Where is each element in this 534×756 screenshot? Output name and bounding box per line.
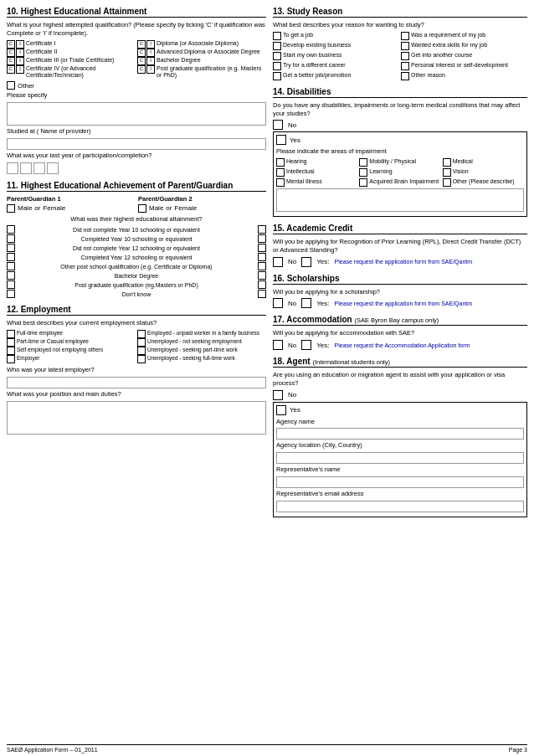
- parent1-male-checkbox[interactable]: [7, 204, 15, 213]
- section-13-title: 13. Study Reason: [273, 7, 527, 18]
- parent2-male-checkbox[interactable]: [138, 204, 146, 213]
- study-item-req: Was a requirement of my job: [401, 32, 527, 40]
- bachelor-complete[interactable]: C: [137, 57, 146, 65]
- accom-yes-cb[interactable]: [301, 340, 311, 350]
- emp-fulltime-cb[interactable]: [7, 330, 15, 338]
- disability-mobility-cb[interactable]: [359, 158, 367, 167]
- accom-no-cb[interactable]: [273, 340, 283, 350]
- emp-unemp-fulltime-cb[interactable]: [137, 355, 146, 363]
- cert-1-complete[interactable]: C: [7, 40, 15, 49]
- year-box-2[interactable]: [20, 162, 32, 174]
- cert-4-complete[interactable]: C: [7, 65, 15, 74]
- adv-diploma-complete[interactable]: C: [137, 49, 146, 57]
- study-career-cb[interactable]: [273, 62, 281, 70]
- disability-describe-input[interactable]: [276, 188, 524, 212]
- attainment-5-p1[interactable]: [7, 271, 15, 280]
- disability-no-cb[interactable]: [273, 120, 283, 130]
- emp-employer-cb[interactable]: [7, 355, 15, 363]
- attainment-0-p2[interactable]: [258, 225, 266, 234]
- emp-unemp-notseeking-cb[interactable]: [137, 338, 146, 347]
- study-personal-cb[interactable]: [401, 62, 409, 70]
- year-box-1[interactable]: [7, 162, 18, 174]
- attainment-3-p2[interactable]: [258, 253, 266, 261]
- cert-4-incomplete[interactable]: I: [16, 65, 24, 74]
- attainment-2-label: Did not complete Year 12 schooling or eq…: [15, 245, 258, 251]
- study-extraskills-cb[interactable]: [401, 42, 409, 50]
- adv-diploma-item: C I Advanced Diploma or Associate Degree: [137, 49, 266, 57]
- disability-medical-cb[interactable]: [443, 158, 451, 167]
- emp-employer: Employer: [7, 355, 136, 363]
- disability-vision-cb[interactable]: [443, 168, 451, 177]
- attainment-6-p2[interactable]: [258, 280, 266, 289]
- attainment-7-p2[interactable]: [258, 290, 266, 298]
- disability-intellectual-cb[interactable]: [276, 168, 285, 177]
- attainment-0-p1[interactable]: [7, 225, 15, 234]
- study-othercourse-cb[interactable]: [401, 52, 409, 60]
- emp-parttime-cb[interactable]: [7, 338, 15, 347]
- please-specify-input[interactable]: [7, 102, 266, 126]
- disability-learning-cb[interactable]: [359, 168, 367, 177]
- attainment-7-p1[interactable]: [7, 290, 15, 298]
- position-duties-input[interactable]: [7, 401, 266, 435]
- adv-diploma-incomplete[interactable]: I: [146, 49, 155, 57]
- cert-3-complete[interactable]: C: [7, 57, 15, 65]
- cert-4-label: Certificate IV (or Advanced Certificate/…: [26, 65, 136, 80]
- agent-no-cb[interactable]: [273, 390, 283, 400]
- disability-yes-cb[interactable]: [276, 135, 286, 145]
- study-job-cb[interactable]: [273, 32, 281, 40]
- year-box-3[interactable]: [33, 162, 45, 174]
- attainment-2-p2[interactable]: [258, 244, 266, 252]
- attainment-1-p2[interactable]: [258, 234, 266, 243]
- other-checkbox[interactable]: [7, 81, 15, 90]
- emp-unpaid-cb[interactable]: [137, 330, 146, 338]
- cert-1-item: C I Certificate I: [7, 40, 136, 49]
- attainment-5-p2[interactable]: [258, 271, 266, 280]
- diploma-complete[interactable]: C: [137, 40, 146, 49]
- attainment-4-p1[interactable]: [7, 262, 15, 270]
- agency-name-input[interactable]: [276, 428, 524, 440]
- credit-no-cb[interactable]: [273, 257, 283, 267]
- postgrad-item: C I Post graduate qualification (e.g. Ma…: [137, 65, 266, 80]
- diploma-incomplete[interactable]: I: [146, 40, 155, 49]
- attainment-4-p2[interactable]: [258, 262, 266, 270]
- agent-yes-group: Yes Agency name Agency location (City, C…: [273, 402, 527, 517]
- scholarship-yes-cb[interactable]: [301, 298, 311, 308]
- study-otherreason-cb[interactable]: [401, 72, 409, 80]
- section-13-question: What best describes your reason for want…: [273, 21, 527, 29]
- emp-selfemployed-cb[interactable]: [7, 347, 15, 355]
- cert-2-complete[interactable]: C: [7, 49, 15, 57]
- attainment-6-p1[interactable]: [7, 280, 15, 289]
- credit-yes-label: Yes:: [316, 258, 329, 265]
- study-biz-cb[interactable]: [273, 42, 281, 50]
- disability-abi-cb[interactable]: [359, 178, 367, 187]
- agent-yes-cb[interactable]: [276, 405, 286, 415]
- year-box-4[interactable]: [47, 162, 59, 174]
- attainment-1-label: Completed Year 10 schooling or equivalen…: [15, 236, 258, 242]
- study-req-cb[interactable]: [401, 32, 409, 40]
- rep-email-input[interactable]: [276, 501, 524, 512]
- postgrad-incomplete[interactable]: I: [146, 65, 155, 74]
- disability-other-cb[interactable]: [443, 178, 451, 187]
- postgrad-complete[interactable]: C: [137, 65, 146, 74]
- cert-2-incomplete[interactable]: I: [16, 49, 24, 57]
- cert-2-item: C I Certificate II: [7, 49, 136, 57]
- study-startbiz-cb[interactable]: [273, 52, 281, 60]
- bachelor-incomplete[interactable]: I: [146, 57, 155, 65]
- studied-at-input[interactable]: [7, 138, 266, 150]
- attainment-3-p1[interactable]: [7, 253, 15, 261]
- credit-yes-cb[interactable]: [301, 257, 311, 267]
- cert-1-incomplete[interactable]: I: [16, 40, 24, 49]
- rep-name-input[interactable]: [276, 476, 524, 488]
- attainment-question: What was their highest educational attai…: [7, 215, 266, 224]
- agency-location-input[interactable]: [276, 452, 524, 464]
- disability-hearing-cb[interactable]: [276, 158, 285, 167]
- scholarship-no-cb[interactable]: [273, 298, 283, 308]
- emp-unemp-parttime-cb[interactable]: [137, 347, 146, 355]
- bachelor-label: Bachelor Degree: [157, 57, 201, 64]
- disability-mental-cb[interactable]: [276, 178, 285, 187]
- attainment-1-p1[interactable]: [7, 234, 15, 243]
- attainment-2-p1[interactable]: [7, 244, 15, 252]
- latest-employer-input[interactable]: [7, 377, 266, 388]
- study-betterjob-cb[interactable]: [273, 72, 281, 80]
- cert-3-incomplete[interactable]: I: [16, 57, 24, 65]
